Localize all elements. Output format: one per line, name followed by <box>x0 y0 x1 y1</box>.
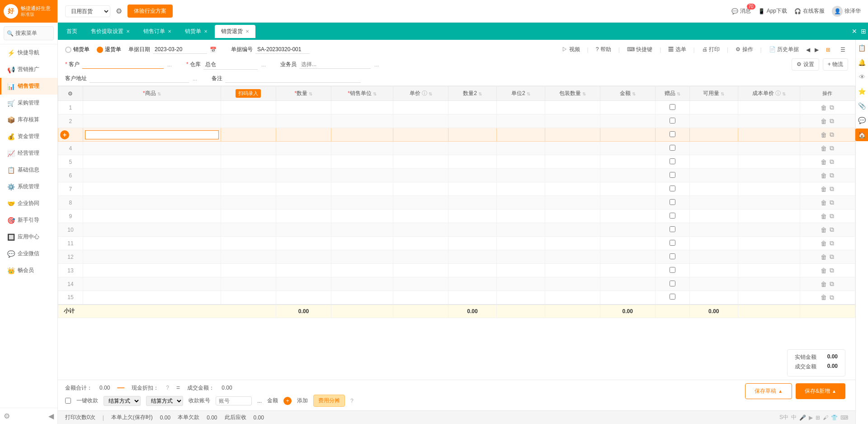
delete-icon[interactable]: 🗑 <box>821 294 827 301</box>
unit-cell[interactable] <box>331 114 393 128</box>
copy-icon[interactable]: ⧉ <box>830 239 834 247</box>
sidebar-item-ops[interactable]: 📈 经营管理 <box>0 145 57 162</box>
pack-cell[interactable] <box>545 101 600 114</box>
unit2-cell[interactable] <box>496 101 545 114</box>
print-btn[interactable]: 🖨 打印 <box>699 44 722 55</box>
customer-input[interactable] <box>82 60 164 69</box>
unit-cell[interactable] <box>331 101 393 114</box>
product-cell[interactable] <box>83 101 221 114</box>
amount-sort-icon[interactable]: ⇅ <box>632 91 636 96</box>
message-btn[interactable]: 💬 消息 70 <box>731 7 751 15</box>
copy-icon[interactable]: ⧉ <box>830 280 834 288</box>
gear-icon[interactable]: ⚙ <box>68 91 73 97</box>
user-info[interactable]: 👤 徐泽华 <box>832 6 861 17</box>
gift-sort-icon[interactable]: ⇅ <box>677 91 680 96</box>
delete-icon[interactable]: 🗑 <box>821 104 827 111</box>
split-btn[interactable]: 费用分摊 <box>313 395 345 407</box>
tab-sale-order[interactable]: 销售订单 ✕ <box>137 25 178 38</box>
date-value[interactable]: 2023-03-20 <box>153 45 207 54</box>
cost-sort-icon[interactable]: ⇅ <box>782 91 786 96</box>
pack-sort-icon[interactable]: ⇅ <box>582 91 586 96</box>
gift-cell[interactable] <box>655 101 689 114</box>
right-icon-1[interactable]: 📋 <box>855 42 868 54</box>
unit2-cell[interactable] <box>496 128 545 142</box>
wuliu-btn[interactable]: + 物流 <box>823 58 848 71</box>
next-history-icon[interactable]: ▶ <box>815 47 819 53</box>
copy-icon[interactable]: ⧉ <box>830 104 834 111</box>
add-payment-btn[interactable]: + <box>283 397 292 405</box>
sidebar-item-purchase[interactable]: 🛒 采购管理 <box>0 95 57 111</box>
sidebar-item-system[interactable]: ⚙️ 系统管理 <box>0 178 57 195</box>
price-cell[interactable] <box>393 128 448 142</box>
copy-icon[interactable]: ⧉ <box>830 117 834 125</box>
copy-icon[interactable]: ⧉ <box>830 212 834 220</box>
qty-cell[interactable] <box>276 101 331 114</box>
qty2-cell[interactable] <box>448 101 497 114</box>
delete-icon[interactable]: 🗑 <box>821 131 827 138</box>
pack-cell[interactable] <box>545 128 600 142</box>
copy-icon[interactable]: ⧉ <box>830 172 834 179</box>
copy-icon[interactable]: ⧉ <box>830 226 834 233</box>
available-cell[interactable] <box>689 128 738 142</box>
sidebar-item-quicknav[interactable]: ⚡ 快捷导航 <box>0 44 57 61</box>
right-icon-7[interactable]: 🏠 <box>855 129 868 141</box>
delete-icon[interactable]: 🗑 <box>821 199 827 206</box>
operate-btn[interactable]: ⚙ 操作 <box>733 44 755 55</box>
right-icon-5[interactable]: 📎 <box>855 100 868 112</box>
shortcut-btn[interactable]: ⌨ 快捷键 <box>624 44 655 55</box>
delete-icon[interactable]: 🗑 <box>821 213 827 220</box>
save-draft-btn[interactable]: 保存草稿 ▲ <box>745 383 792 399</box>
delete-icon[interactable]: 🗑 <box>821 253 827 261</box>
save-new-btn[interactable]: 保存&新增 ▲ <box>796 383 845 399</box>
amount-cell[interactable] <box>600 114 655 128</box>
tab-sale-goods-close[interactable]: ✕ <box>204 29 208 34</box>
settings-btn[interactable]: ⚙ 设置 <box>792 58 819 71</box>
qty-cell[interactable] <box>276 128 331 142</box>
prev-history-icon[interactable]: ◀ <box>806 47 810 53</box>
add-row-btn[interactable]: + <box>60 130 69 139</box>
pack-cell[interactable] <box>545 114 600 128</box>
close-tab-icon[interactable]: ✕ <box>852 28 857 35</box>
delete-icon[interactable]: 🗑 <box>821 118 827 125</box>
sidebar-item-member[interactable]: 👑 畅会员 <box>0 262 57 279</box>
search-menu-button[interactable]: 🔍 搜索菜单 <box>4 26 54 40</box>
tab-sale-settings[interactable]: 售价提取设置 ✕ <box>85 25 136 38</box>
amount-cell[interactable] <box>600 128 655 142</box>
right-icon-2[interactable]: 🔔 <box>855 56 868 69</box>
sidebar-item-marketing[interactable]: 📢 营销推广 <box>0 61 57 78</box>
unit2-cell[interactable] <box>496 114 545 128</box>
amount-cell[interactable] <box>600 101 655 114</box>
calendar-icon[interactable]: 📅 <box>210 47 217 53</box>
one-click-payment-checkbox[interactable] <box>65 398 71 404</box>
amount-dots[interactable]: ... <box>257 398 262 404</box>
address-input[interactable] <box>90 74 189 83</box>
sidebar-item-wechat[interactable]: 💬 企业微信 <box>0 245 57 262</box>
tab-sale-settings-close[interactable]: ✕ <box>126 29 130 34</box>
product-sort-icon[interactable]: ⇅ <box>157 91 161 96</box>
qty-sort-icon[interactable]: ⇅ <box>309 91 312 96</box>
copy-icon[interactable]: ⧉ <box>830 199 834 206</box>
online-service-btn[interactable]: 🎧 在线客服 <box>794 7 825 15</box>
copy-icon[interactable]: ⧉ <box>830 131 834 138</box>
available-sort-icon[interactable]: ⇅ <box>721 91 724 96</box>
right-icon-6[interactable]: 💬 <box>855 114 868 127</box>
tab-home[interactable]: 首页 <box>60 25 84 38</box>
radio-return[interactable]: 退货单 <box>97 46 121 53</box>
calc-method-select[interactable]: 结算方式 <box>104 396 141 406</box>
copy-icon[interactable]: ⧉ <box>830 253 834 261</box>
topbar-settings-icon[interactable]: ⚙ <box>116 7 122 15</box>
scan-btn[interactable]: 扫码录入 <box>236 89 261 98</box>
copy-icon[interactable]: ⧉ <box>830 294 834 301</box>
copy-icon[interactable]: ⧉ <box>830 158 834 166</box>
copy-icon[interactable]: ⧉ <box>830 267 834 274</box>
sidebar-item-inventory[interactable]: 📦 库存核算 <box>0 111 57 128</box>
staff-input[interactable] <box>299 60 371 69</box>
price-cell[interactable] <box>393 114 448 128</box>
copy-icon[interactable]: ⧉ <box>830 144 834 152</box>
unit2-sort-icon[interactable]: ⇅ <box>527 91 530 96</box>
delete-icon[interactable]: 🗑 <box>821 281 827 288</box>
split-info-icon[interactable]: ? <box>350 398 354 404</box>
delete-icon[interactable]: 🗑 <box>821 186 827 193</box>
address-dots[interactable]: ... <box>193 76 197 82</box>
warehouse-dots[interactable]: ... <box>261 62 266 68</box>
